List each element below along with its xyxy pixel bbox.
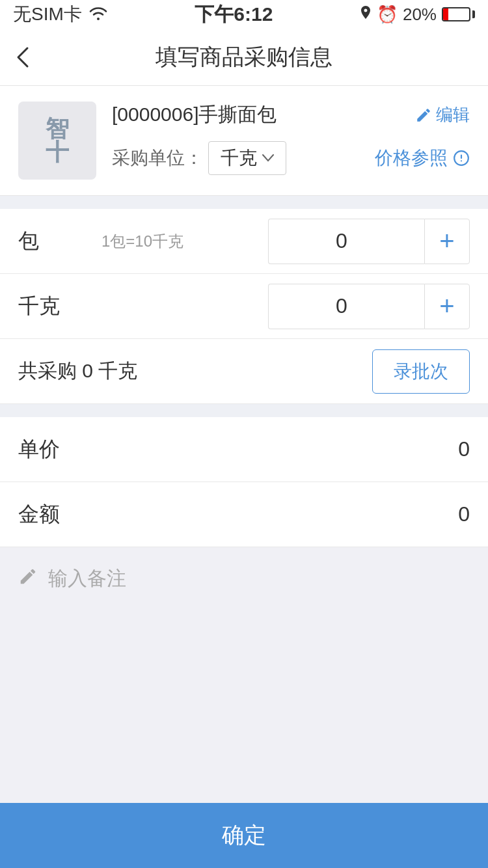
product-image: 智 十 <box>18 102 96 180</box>
unit-dropdown[interactable]: 千克 <box>208 141 286 175</box>
section-divider-1 <box>0 196 488 209</box>
kg-label: 千克 <box>18 292 96 321</box>
unit-price-row: 单价 0 <box>0 417 488 482</box>
status-time: 下午6:12 <box>195 1 273 28</box>
status-bar: 无SIM卡 下午6:12 ⏰ 20% <box>0 0 488 29</box>
page-title: 填写商品采购信息 <box>156 42 332 72</box>
battery-percent: 20% <box>403 5 437 25</box>
total-row: 共采购 0 千克 录批次 <box>0 339 488 404</box>
wifi-icon <box>88 4 108 25</box>
amount-label: 金额 <box>18 500 60 529</box>
carrier-label: 无SIM卡 <box>13 2 82 27</box>
total-label: 共采购 0 千克 <box>18 358 137 385</box>
alarm-icon: ⏰ <box>377 5 398 25</box>
product-info: [0000006]手撕面包 编辑 采购单位： 千克 价格参照 <box>112 102 470 175</box>
product-name: [0000006]手撕面包 <box>112 102 277 128</box>
unit-prefix: 采购单位： <box>112 146 203 170</box>
kg-input-row: 千克 + <box>0 274 488 339</box>
edit-button[interactable]: 编辑 <box>415 103 470 126</box>
amount-value: 0 <box>458 502 470 526</box>
back-button[interactable] <box>16 46 30 69</box>
unit-price-label: 单价 <box>18 435 60 464</box>
price-ref-button[interactable]: 价格参照 <box>375 146 470 170</box>
amount-row: 金额 0 <box>0 482 488 547</box>
bag-input[interactable] <box>268 219 424 264</box>
batch-button[interactable]: 录批次 <box>372 349 470 394</box>
note-area[interactable]: 输入备注 <box>0 547 488 677</box>
product-card: 智 十 [0000006]手撕面包 编辑 采购单位： 千克 <box>0 86 488 196</box>
input-section: 包 1包=10千克 + 千克 + <box>0 209 488 339</box>
bag-input-row: 包 1包=10千克 + <box>0 209 488 274</box>
unit-price-value: 0 <box>458 437 470 461</box>
battery-icon <box>442 7 475 21</box>
kg-input[interactable] <box>268 284 424 329</box>
section-divider-2 <box>0 404 488 417</box>
confirm-button[interactable]: 确定 <box>0 803 488 868</box>
nav-bar: 填写商品采购信息 <box>0 29 488 86</box>
product-logo: 智 十 <box>46 117 69 164</box>
bag-plus-button[interactable]: + <box>424 219 470 264</box>
pencil-icon <box>18 567 38 591</box>
bag-sub-label: 1包=10千克 <box>102 231 183 252</box>
bag-label: 包 <box>18 227 96 256</box>
note-placeholder[interactable]: 输入备注 <box>48 565 126 592</box>
location-icon <box>360 5 372 25</box>
status-left: 无SIM卡 <box>13 2 108 27</box>
kg-plus-button[interactable]: + <box>424 284 470 329</box>
status-right: ⏰ 20% <box>360 5 475 25</box>
